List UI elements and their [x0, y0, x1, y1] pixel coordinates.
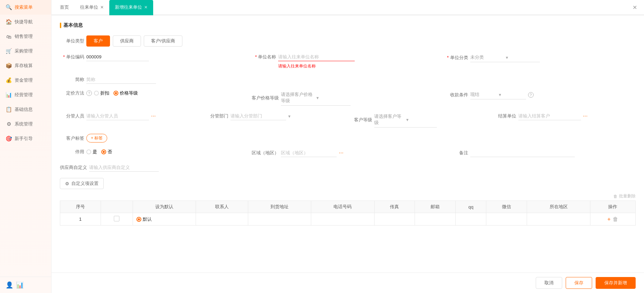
manager-input[interactable] [86, 112, 149, 120]
sidebar-icon-basic: 📋 [6, 106, 12, 113]
close-window-button[interactable]: ✕ [628, 4, 641, 11]
remarks-input[interactable] [470, 149, 575, 157]
disable-row: 停用 是 否 区域（地区） [60, 149, 636, 157]
cust-price-field: 客户价格等级 请选择客户价格等级 ▾ [252, 90, 443, 106]
sidebar-item-search[interactable]: 🔍搜索菜单 [0, 0, 51, 15]
abbr-input[interactable] [86, 75, 156, 84]
tab-close-partners[interactable]: ✕ [100, 5, 104, 10]
region-input[interactable] [281, 149, 337, 157]
cell-seq: 1 [60, 213, 101, 226]
abbr-row: 简称 [60, 75, 636, 84]
add-tag-button[interactable]: + 标签 [86, 134, 107, 143]
unit-code-field: 单位编码 [60, 53, 252, 61]
save-and-add-button[interactable]: 保存并新增 [596, 277, 636, 289]
main-content: 首页往来单位 ✕新增往来单位 ✕ ✕ 基本信息 单位类型 客户供应商客户/供应商… [52, 0, 644, 293]
settlement-dots-button[interactable]: ··· [583, 113, 588, 119]
pricing-level-option[interactable]: 价格等级 [113, 90, 138, 96]
unit-category-label: 单位分类 [444, 55, 468, 61]
tab-partners[interactable]: 往来单位 ✕ [74, 0, 109, 15]
payment-select[interactable]: 现结 ▾ [470, 90, 526, 99]
default-radio-item[interactable]: 默认 [136, 216, 193, 222]
unit-type-row: 单位类型 客户供应商客户/供应商 [60, 35, 636, 47]
unit-code-label: 单位编码 [60, 54, 84, 60]
pricing-help-icon[interactable]: ? [86, 90, 92, 96]
cell-check[interactable] [101, 213, 133, 226]
pricing-label: 定价方法 [60, 90, 84, 96]
cancel-button[interactable]: 取消 [536, 277, 562, 289]
sidebar-item-finance[interactable]: 💰资金管理 [0, 73, 51, 88]
sidebar-label-inventory: 库存核算 [15, 63, 33, 69]
unit-type-both-button[interactable]: 客户/供应商 [144, 35, 182, 47]
default-radio[interactable] [136, 217, 141, 222]
custom-settings-button[interactable]: ⚙ 自定义项设置 [60, 178, 104, 189]
row-checkbox[interactable] [114, 216, 119, 221]
remarks-label: 备注 [444, 150, 468, 156]
add-row-button[interactable]: + [607, 216, 611, 222]
abbr-field: 简称 [60, 75, 636, 84]
unit-code-input[interactable] [86, 53, 149, 61]
cell-default[interactable]: 默认 [133, 213, 196, 226]
cell-到货地址 [248, 213, 311, 226]
sidebar-item-sales[interactable]: 🛍销售管理 [0, 29, 51, 44]
sidebar-item-basic[interactable]: 📋基础信息 [0, 102, 51, 117]
table-header: 微信 [486, 201, 527, 213]
cell-传真 [374, 213, 415, 226]
cust-level-select[interactable]: 请选择客户等级 ▾ [374, 112, 437, 128]
sidebar-icon-inventory: 📦 [6, 63, 12, 69]
sidebar-label-guide: 新手引导 [15, 136, 33, 142]
unit-type-supplier-button[interactable]: 供应商 [113, 35, 141, 47]
table-header: 设为默认 [133, 201, 196, 213]
table-header: 传真 [374, 201, 415, 213]
table-header: qq [456, 201, 486, 213]
disable-yes-label: 是 [93, 149, 97, 155]
sidebar-item-guide[interactable]: 🎯新手引导 [0, 131, 51, 146]
contact-table-wrapper: 序号设为默认联系人到货地址电话号码传真邮箱qq微信所在地区操作1默认+🗑 [60, 201, 636, 226]
cust-level-label: 客户等级 [348, 117, 372, 123]
payment-value: 现结 [470, 91, 497, 98]
settlement-input[interactable] [518, 112, 581, 120]
dept-input[interactable] [230, 112, 286, 120]
unit-category-select[interactable]: 未分类 ▾ [470, 53, 540, 62]
pricing-discount-option[interactable]: 折扣 [94, 90, 109, 96]
unit-type-field: 单位类型 客户供应商客户/供应商 [60, 35, 636, 47]
supplier-custom-input[interactable] [89, 163, 159, 172]
sidebar-icon-search: 🔍 [6, 4, 12, 10]
tab-new-partner[interactable]: 新增往来单位 ✕ [109, 0, 153, 15]
pricing-level-radio[interactable] [113, 91, 118, 96]
disable-no-radio[interactable] [101, 149, 106, 154]
payment-help-icon[interactable]: ? [528, 92, 534, 98]
save-button[interactable]: 保存 [566, 277, 592, 289]
sidebar-item-quicknav[interactable]: 🏠快捷导航 [0, 15, 51, 29]
pricing-level-label: 价格等级 [120, 90, 138, 96]
sidebar-label-sales: 销售管理 [15, 33, 33, 40]
tab-close-new-partner[interactable]: ✕ [144, 5, 148, 10]
cust-price-select[interactable]: 请选择客户价格等级 ▾ [281, 90, 351, 106]
pricing-level-radio-inner [115, 92, 117, 94]
unit-name-input[interactable] [278, 53, 355, 61]
sidebar-item-system[interactable]: ⚙系统管理 [0, 117, 51, 131]
table-header: 所在地区 [527, 201, 590, 213]
disable-yes-radio[interactable] [86, 149, 91, 154]
contact-table: 序号设为默认联系人到货地址电话号码传真邮箱qq微信所在地区操作1默认+🗑 [60, 201, 636, 226]
region-dots-button[interactable]: ··· [339, 150, 343, 156]
unit-type-customer-button[interactable]: 客户 [86, 35, 110, 47]
sidebar-label-basic: 基础信息 [15, 106, 33, 113]
sidebar-item-operation[interactable]: 📊经营管理 [0, 88, 51, 102]
batch-delete-label[interactable]: 批量删除 [619, 193, 636, 199]
sidebar-label-system: 系统管理 [15, 121, 33, 127]
cell-ops[interactable]: +🗑 [590, 213, 635, 226]
pricing-discount-radio[interactable] [94, 91, 99, 96]
disable-yes-option[interactable]: 是 [86, 149, 97, 155]
disable-no-option[interactable]: 否 [101, 149, 112, 155]
manager-dots-button[interactable]: ··· [151, 113, 156, 119]
unit-name-label: 单位名称 [252, 54, 276, 60]
sidebar-item-inventory[interactable]: 📦库存核算 [0, 58, 51, 73]
disable-field: 停用 是 否 [60, 149, 252, 155]
settlement-field: 结算单位 ··· [492, 112, 636, 120]
payment-label: 收款条件 [444, 92, 468, 98]
cust-level-field: 客户等级 请选择客户等级 ▾ [348, 112, 492, 128]
sidebar-item-purchase[interactable]: 🛒采购管理 [0, 44, 51, 58]
tab-home[interactable]: 首页 [54, 0, 74, 15]
unit-name-error: 请输入往来单位名称 [278, 64, 316, 68]
delete-row-button[interactable]: 🗑 [613, 216, 618, 222]
